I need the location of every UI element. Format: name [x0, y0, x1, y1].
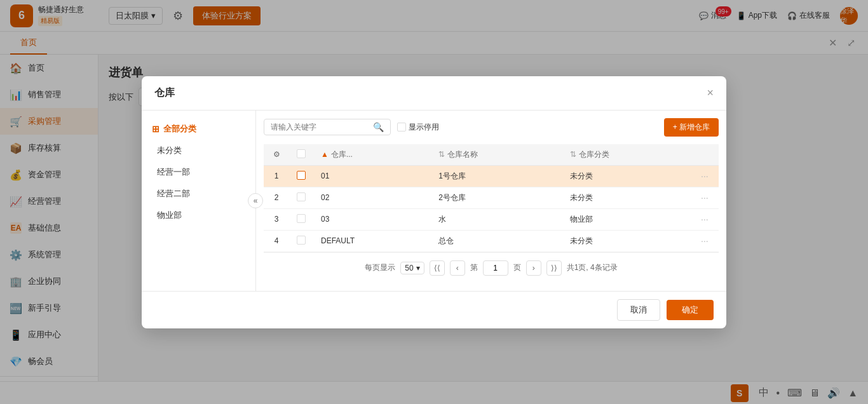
category-item-uncategorized[interactable]: 未分类 [142, 140, 255, 161]
first-page-button[interactable]: ⟨⟨ [430, 260, 445, 276]
select-all-checkbox[interactable] [297, 149, 306, 158]
search-icon: 🔍 [373, 122, 384, 132]
row-category-1: 未分类 [562, 165, 693, 187]
row-num-4: 4 [264, 230, 289, 252]
row-category-3: 物业部 [562, 208, 693, 230]
table-row[interactable]: 4 DEFAULT 总仓 未分类 ··· [264, 230, 719, 252]
row-category-4: 未分类 [562, 230, 693, 252]
page-number-input[interactable] [483, 260, 508, 276]
row-name-1: 1号仓库 [431, 165, 562, 187]
row-code-2: 02 [313, 187, 431, 208]
page-size-label: 每页显示 [365, 262, 395, 273]
row-code-4: DEFAULT [313, 230, 431, 252]
table-container: ⚙ ▲ 仓库... [264, 144, 719, 252]
table-area: 🔍 显示停用 + 新增仓库 ⚙ [256, 111, 726, 291]
grid-icon: ⊞ [152, 124, 159, 134]
table-row[interactable]: 3 03 水 物业部 ··· [264, 208, 719, 230]
confirm-button[interactable]: 确定 [667, 300, 714, 320]
page-unit: 页 [513, 262, 521, 273]
next-page-button[interactable]: › [526, 260, 541, 276]
page-label: 第 [470, 262, 478, 273]
row-checkbox-1[interactable] [289, 165, 313, 187]
row-name-3: 水 [431, 208, 562, 230]
category-item-dept2[interactable]: 经营二部 [142, 183, 255, 205]
chevron-down-icon: ▾ [416, 264, 420, 273]
category-sidebar: ⊞ 全部分类 未分类 经营一部 经营二部 物业部 « [142, 111, 256, 291]
sort-cat-icon: ⇅ [570, 150, 576, 159]
row-more-1[interactable]: ··· [693, 165, 719, 187]
col-code: ▲ 仓库... [313, 144, 431, 166]
modal-footer: 取消 确定 [142, 291, 726, 328]
add-warehouse-button[interactable]: + 新增仓库 [664, 118, 719, 137]
table-body: 1 01 1号仓库 未分类 ··· 2 [264, 165, 719, 252]
sidebar-collapse-button[interactable]: « [248, 193, 263, 208]
col-settings: ⚙ [264, 144, 289, 166]
row-code-3: 03 [313, 208, 431, 230]
category-item-dept1[interactable]: 经营一部 [142, 161, 255, 183]
show-disabled-label[interactable]: 显示停用 [397, 122, 439, 133]
row-num-3: 3 [264, 208, 289, 230]
page-total: 共1页, 4条记录 [567, 262, 618, 273]
col-checkbox [289, 144, 313, 166]
warehouse-modal: 仓库 × ⊞ 全部分类 未分类 经营一部 经营二部 [142, 76, 726, 328]
warehouse-table: ⚙ ▲ 仓库... [264, 144, 719, 252]
row-more-3[interactable]: ··· [693, 208, 719, 230]
pagination: 每页显示 50 ▾ ⟨⟨ ‹ 第 页 › ⟩⟩ 共1页, 4条记录 [264, 252, 719, 283]
last-page-button[interactable]: ⟩⟩ [546, 260, 562, 276]
col-category: ⇅ 仓库分类 [562, 144, 693, 166]
row-checkbox-3[interactable] [289, 208, 313, 230]
page-size-select[interactable]: 50 ▾ [400, 262, 424, 274]
row-code-1: 01 [313, 165, 431, 187]
modal-title: 仓库 [154, 86, 175, 100]
prev-page-button[interactable]: ‹ [450, 260, 465, 276]
modal-close-button[interactable]: × [707, 86, 714, 100]
table-toolbar: 🔍 显示停用 + 新增仓库 [264, 118, 719, 137]
row-num-1: 1 [264, 165, 289, 187]
row-more-2[interactable]: ··· [693, 187, 719, 208]
category-header[interactable]: ⊞ 全部分类 [142, 118, 255, 140]
search-box: 🔍 [264, 119, 391, 135]
search-input[interactable] [271, 123, 369, 131]
col-action [693, 144, 719, 166]
show-disabled-checkbox[interactable] [397, 123, 406, 131]
row-name-4: 总仓 [431, 230, 562, 252]
sort-icon: ▲ [321, 150, 329, 159]
sort-name-icon: ⇅ [438, 150, 445, 159]
row-checkbox-4[interactable] [289, 230, 313, 252]
cancel-button[interactable]: 取消 [617, 299, 660, 321]
row-checkbox-2[interactable] [289, 187, 313, 208]
modal-body: ⊞ 全部分类 未分类 经营一部 经营二部 物业部 « [142, 111, 726, 291]
row-category-2: 未分类 [562, 187, 693, 208]
row-more-4[interactable]: ··· [693, 230, 719, 252]
col-name: ⇅ 仓库名称 [431, 144, 562, 166]
table-header: ⚙ ▲ 仓库... [264, 144, 719, 166]
table-row[interactable]: 1 01 1号仓库 未分类 ··· [264, 165, 719, 187]
modal-header: 仓库 × [142, 76, 726, 111]
chevron-left-icon: « [254, 196, 258, 205]
modal-overlay: 仓库 × ⊞ 全部分类 未分类 经营一部 经营二部 [0, 0, 868, 404]
row-num-2: 2 [264, 187, 289, 208]
row-name-2: 2号仓库 [431, 187, 562, 208]
category-item-property[interactable]: 物业部 [142, 205, 255, 226]
table-row[interactable]: 2 02 2号仓库 未分类 ··· [264, 187, 719, 208]
